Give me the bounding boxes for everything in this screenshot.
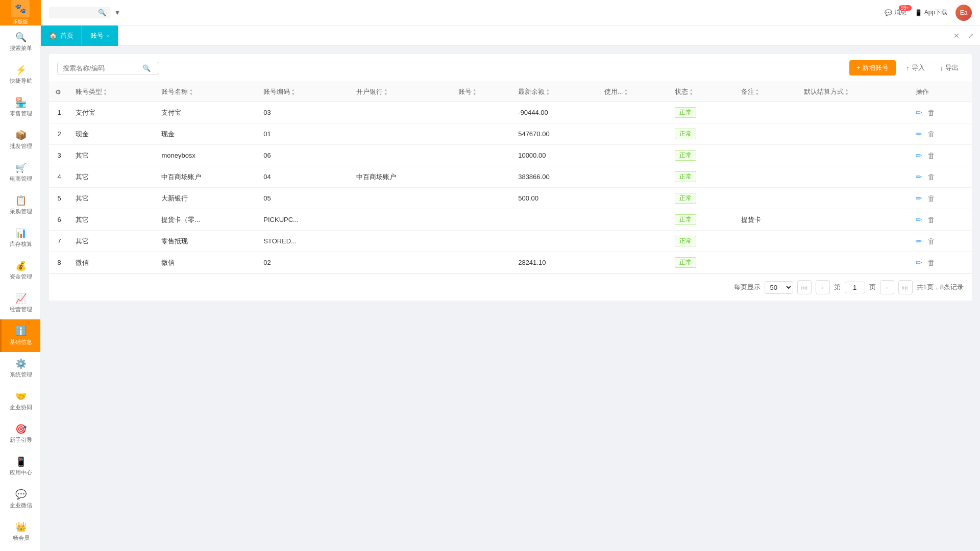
delete-button[interactable]: 🗑 bbox=[927, 215, 935, 224]
col-type[interactable]: 账号类型▲▼ bbox=[69, 82, 155, 102]
page-size-select[interactable]: 50 10 20 100 bbox=[765, 281, 793, 294]
edit-button[interactable]: ✏ bbox=[916, 172, 922, 182]
sidebar-item-ecommerce-mgmt[interactable]: 🛒电商管理 bbox=[0, 156, 40, 189]
tab-close-icon[interactable]: × bbox=[107, 33, 110, 39]
prev-page-button[interactable]: ‹ bbox=[816, 280, 830, 294]
delete-button[interactable]: 🗑 bbox=[927, 237, 935, 245]
col-status[interactable]: 状态▲▼ bbox=[669, 82, 734, 102]
sidebar-item-fund-mgmt[interactable]: 💰资金管理 bbox=[0, 254, 40, 287]
sidebar-item-wholesale-mgmt[interactable]: 📦批发管理 bbox=[0, 123, 40, 156]
user-avatar[interactable]: Ea bbox=[955, 5, 972, 21]
row-num: 7 bbox=[49, 231, 69, 252]
sidebar-item-basic-info[interactable]: ℹ️基础信息 bbox=[0, 319, 40, 352]
cell-default-payment bbox=[798, 145, 910, 166]
status-badge: 正常 bbox=[675, 150, 696, 161]
col-bank[interactable]: 开户银行▲▼ bbox=[350, 82, 452, 102]
cell-balance bbox=[512, 231, 598, 252]
tab-close-btn[interactable]: ✕ bbox=[951, 30, 962, 42]
page-number-input[interactable] bbox=[845, 282, 865, 293]
cell-account bbox=[452, 166, 512, 188]
sidebar-item-new-guide[interactable]: 🎯新手引导 bbox=[0, 417, 40, 450]
sidebar-item-vip[interactable]: 👑畅会员 bbox=[0, 515, 40, 548]
delete-button[interactable]: 🗑 bbox=[927, 108, 935, 117]
edit-button[interactable]: ✏ bbox=[916, 258, 922, 267]
cell-remark bbox=[735, 231, 798, 252]
cell-default-payment bbox=[798, 166, 910, 188]
cell-code: 03 bbox=[257, 102, 350, 123]
message-button[interactable]: 💬 消息 99+ bbox=[885, 8, 906, 17]
sidebar-item-company-agreement[interactable]: 🤝企业协同 bbox=[0, 385, 40, 417]
sidebar-item-retail-mgmt[interactable]: 🏪零售管理 bbox=[0, 91, 40, 123]
last-page-button[interactable]: ⏭ bbox=[898, 280, 913, 294]
cell-type: 其它 bbox=[69, 231, 155, 252]
delete-button[interactable]: 🗑 bbox=[927, 194, 935, 203]
edit-button[interactable]: ✏ bbox=[916, 151, 922, 160]
basic-info-icon: ℹ️ bbox=[15, 325, 27, 337]
cell-status: 正常 bbox=[669, 252, 734, 273]
row-num: 1 bbox=[49, 102, 69, 123]
cell-status: 正常 bbox=[669, 188, 734, 209]
action-buttons: ✏ 🗑 bbox=[916, 151, 966, 160]
sidebar-item-quick-nav[interactable]: ⚡快捷导航 bbox=[0, 58, 40, 91]
edit-button[interactable]: ✏ bbox=[916, 237, 922, 246]
header-dropdown[interactable]: ▼ bbox=[114, 9, 120, 16]
import-button[interactable]: ↑ 导入 bbox=[901, 60, 930, 76]
cell-balance bbox=[512, 209, 598, 231]
first-page-button[interactable]: ⏮ bbox=[797, 280, 812, 294]
status-badge: 正常 bbox=[675, 107, 696, 118]
edit-button[interactable]: ✏ bbox=[916, 194, 922, 203]
edit-button[interactable]: ✏ bbox=[916, 215, 922, 224]
cell-type: 微信 bbox=[69, 252, 155, 273]
col-balance[interactable]: 最新余额▲▼ bbox=[512, 82, 598, 102]
app-download-button[interactable]: 📱 App下载 bbox=[915, 8, 947, 17]
sidebar-item-app-center[interactable]: 📱应用中心 bbox=[0, 450, 40, 483]
cell-status: 正常 bbox=[669, 145, 734, 166]
sidebar-item-enterprise-wechat[interactable]: 💬企业微信 bbox=[0, 483, 40, 515]
col-name[interactable]: 账号名称▲▼ bbox=[155, 82, 257, 102]
col-account[interactable]: 账号▲▼ bbox=[452, 82, 512, 102]
add-account-button[interactable]: + 新增账号 bbox=[849, 60, 896, 76]
sidebar-item-ops-mgmt[interactable]: 📈经营管理 bbox=[0, 287, 40, 319]
cell-status: 正常 bbox=[669, 166, 734, 188]
cell-usage bbox=[598, 102, 669, 123]
cell-bank: 中百商场账户 bbox=[350, 166, 452, 188]
cell-type: 其它 bbox=[69, 145, 155, 166]
cell-name: moneybosx bbox=[155, 145, 257, 166]
sidebar-item-purchase-mgmt[interactable]: 📋采购管理 bbox=[0, 189, 40, 221]
col-usage[interactable]: 使用...▲▼ bbox=[598, 82, 669, 102]
cell-action: ✏ 🗑 bbox=[910, 166, 972, 188]
sidebar-item-search-menu[interactable]: 🔍搜索菜单 bbox=[0, 26, 40, 58]
sidebar-item-inventory[interactable]: 📊库存核算 bbox=[0, 221, 40, 254]
table-search-input[interactable] bbox=[63, 64, 139, 72]
cell-balance: 10000.00 bbox=[512, 145, 598, 166]
next-page-button[interactable]: › bbox=[880, 280, 894, 294]
header-search[interactable]: 🔍 bbox=[49, 7, 110, 18]
table-body: 1 支付宝 支付宝 03 -90444.00 正常 ✏ 🗑 2 现金 现金 01 bbox=[49, 102, 972, 273]
col-code[interactable]: 账号编码▲▼ bbox=[257, 82, 350, 102]
tab-home[interactable]: 🏠 首页 bbox=[41, 26, 82, 46]
delete-button[interactable]: 🗑 bbox=[927, 258, 935, 267]
table-search-box[interactable]: 🔍 bbox=[57, 62, 159, 74]
sidebar-item-system-mgmt[interactable]: ⚙️系统管理 bbox=[0, 352, 40, 385]
cell-bank bbox=[350, 252, 452, 273]
header-search-input[interactable] bbox=[54, 9, 95, 16]
cell-balance: -90444.00 bbox=[512, 102, 598, 123]
edit-button[interactable]: ✏ bbox=[916, 130, 922, 139]
tab-expand-btn[interactable]: ⤢ bbox=[966, 30, 976, 42]
delete-button[interactable]: 🗑 bbox=[927, 172, 935, 181]
cell-code: STORED... bbox=[257, 231, 350, 252]
edit-button[interactable]: ✏ bbox=[916, 108, 922, 117]
col-default-payment[interactable]: 默认结算方式▲▼ bbox=[798, 82, 910, 102]
cell-usage bbox=[598, 188, 669, 209]
delete-button[interactable]: 🗑 bbox=[927, 130, 935, 138]
col-remark[interactable]: 备注▲▼ bbox=[735, 82, 798, 102]
col-settings[interactable]: ⚙ bbox=[49, 82, 69, 102]
export-button[interactable]: ↓ 导出 bbox=[935, 60, 964, 76]
delete-button[interactable]: 🗑 bbox=[927, 151, 935, 160]
row-num: 8 bbox=[49, 252, 69, 273]
cell-remark bbox=[735, 123, 798, 145]
header-search-icon: 🔍 bbox=[98, 9, 106, 16]
message-badge: 99+ bbox=[899, 5, 912, 11]
tab-account-label: 账号 bbox=[90, 31, 104, 40]
tab-account[interactable]: 账号 × bbox=[82, 26, 118, 46]
